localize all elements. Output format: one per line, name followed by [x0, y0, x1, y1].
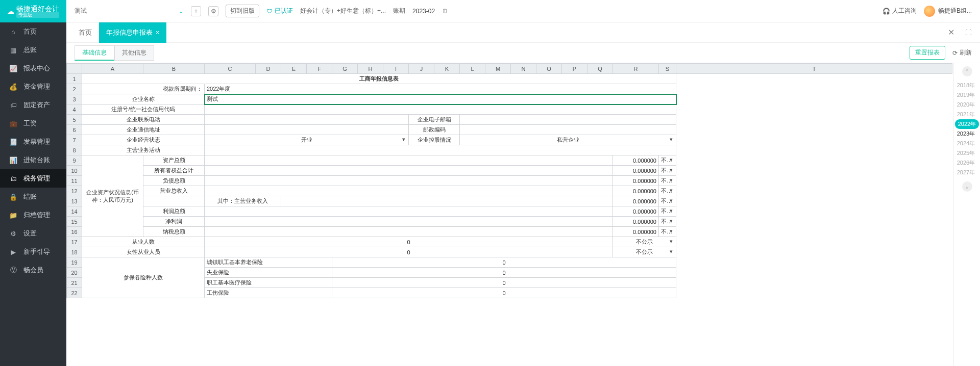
cloud-icon: ☁	[7, 7, 14, 15]
year-2024年[interactable]: 2024年	[955, 139, 979, 148]
nav-icon: 📁	[9, 211, 17, 219]
tab-annual-report[interactable]: 年报信息申报表×	[99, 22, 166, 43]
year-2023年[interactable]: 2023年	[955, 129, 979, 139]
topbar: 测试 ⌄ ＋ ⚙ 切到旧版 🛡 已认证 好会计（专）+好生意（标）+... 账期…	[66, 0, 980, 22]
period-value[interactable]: 2023-02	[412, 8, 435, 15]
sidebar-item-8[interactable]: 🗂税务管理	[0, 169, 66, 188]
calendar-icon[interactable]: 🗓	[442, 8, 448, 15]
subtab-basic[interactable]: 基础信息	[75, 45, 114, 61]
tab-home[interactable]: 首页	[71, 22, 99, 43]
period-label: 账期	[393, 7, 405, 15]
sidebar-item-1[interactable]: ▦总账	[0, 41, 66, 59]
sidebar-item-7[interactable]: 📊进销台账	[0, 151, 66, 169]
reset-button[interactable]: 重置报表	[910, 46, 945, 60]
avatar	[924, 6, 935, 17]
year-2019年[interactable]: 2019年	[955, 90, 979, 100]
nav-icon: ▦	[9, 46, 17, 54]
sidebar-item-12[interactable]: ▶新手引导	[0, 243, 66, 261]
nav-icon: 📊	[9, 156, 17, 164]
close-panel-button[interactable]: ✕	[944, 26, 958, 39]
spreadsheet[interactable]: ABCDEFGHIJKLMNOPQRST1工商年报信息表2税款所属期间：2022…	[66, 63, 953, 366]
expand-icon[interactable]: ⛶	[963, 27, 974, 38]
sidebar-item-0[interactable]: ⌂首页	[0, 22, 66, 41]
year-2018年[interactable]: 2018年	[955, 81, 979, 90]
chevron-down-icon[interactable]: ⌄	[179, 8, 184, 15]
sidebar-item-11[interactable]: ⚙设置	[0, 224, 66, 243]
year-up-arrow[interactable]: ⌃	[962, 66, 972, 76]
sidebar-item-3[interactable]: 💰资金管理	[0, 77, 66, 96]
year-2027年[interactable]: 2027年	[955, 168, 979, 177]
year-down-arrow[interactable]: ⌄	[962, 181, 972, 192]
subtab-other[interactable]: 其他信息	[114, 45, 154, 61]
user-menu[interactable]: 畅捷通B组...	[924, 6, 972, 17]
refresh-icon: ⟳	[952, 49, 958, 57]
sidebar-item-5[interactable]: 💼工资	[0, 114, 66, 133]
verified-badge: 🛡 已认证	[266, 7, 293, 15]
nav-icon: ⚙	[9, 229, 17, 238]
nav-icon: 🗂	[9, 174, 17, 182]
year-2026年[interactable]: 2026年	[955, 158, 979, 168]
nav-icon: 🏷	[9, 101, 17, 109]
brand-edition: 专业版	[16, 12, 59, 18]
subtab-row: 基础信息 其他信息 重置报表 ⟳ 刷新	[66, 43, 980, 63]
sidebar-item-10[interactable]: 📁归档管理	[0, 206, 66, 224]
headset-icon: 🎧	[883, 8, 890, 15]
sidebar-item-9[interactable]: 🔒结账	[0, 188, 66, 206]
package-label: 好会计（专）+好生意（标）+...	[300, 7, 386, 15]
switch-old-button[interactable]: 切到旧版	[226, 5, 259, 17]
sidebar-item-6[interactable]: 🧾发票管理	[0, 133, 66, 151]
add-button[interactable]: ＋	[191, 6, 201, 16]
nav-icon: 💼	[9, 119, 17, 127]
sidebar: ☁ 畅捷通好会计 专业版 ⌂首页▦总账📈报表中心💰资金管理🏷固定资产💼工资🧾发票…	[0, 0, 66, 366]
year-2022年[interactable]: 2022年	[955, 119, 979, 129]
nav-icon: 💰	[9, 83, 17, 91]
sidebar-item-13[interactable]: Ⓥ畅会员	[0, 261, 66, 279]
year-2021年[interactable]: 2021年	[955, 110, 979, 119]
company-select[interactable]: 测试	[75, 7, 172, 15]
refresh-button[interactable]: ⟳ 刷新	[952, 48, 972, 57]
year-2020年[interactable]: 2020年	[955, 100, 979, 110]
support-link[interactable]: 🎧 人工咨询	[883, 7, 917, 15]
username: 畅捷通B组...	[938, 7, 972, 15]
nav-icon: ⌂	[9, 28, 17, 36]
nav-icon: ▶	[9, 248, 17, 256]
nav-icon: 📈	[9, 64, 17, 72]
sidebar-item-2[interactable]: 📈报表中心	[0, 59, 66, 77]
nav-icon: 🔒	[9, 193, 17, 201]
sidebar-item-4[interactable]: 🏷固定资产	[0, 96, 66, 114]
close-icon[interactable]: ×	[156, 29, 159, 36]
page-tabs: 首页 年报信息申报表× ✕ ⛶	[66, 22, 980, 43]
year-2025年[interactable]: 2025年	[955, 148, 979, 158]
brand: ☁ 畅捷通好会计 专业版	[0, 0, 66, 22]
brand-name: 畅捷通好会计	[16, 5, 59, 12]
nav-icon: Ⓥ	[9, 266, 17, 274]
nav-icon: 🧾	[9, 138, 17, 146]
shield-icon: 🛡	[266, 8, 273, 15]
gear-icon[interactable]: ⚙	[208, 6, 218, 16]
year-rail: ⌃ 2018年2019年2020年2021年2022年2023年2024年202…	[953, 63, 980, 366]
